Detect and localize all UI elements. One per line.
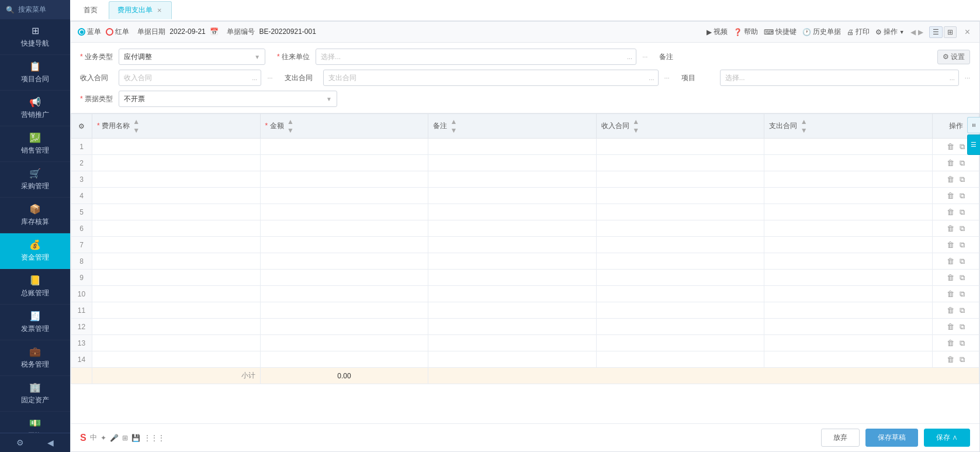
expense-contract-cell[interactable] <box>764 237 933 253</box>
sidebar-item-tax[interactable]: 💼 税务管理 <box>0 340 70 376</box>
delete-row-btn[interactable]: 🗑 <box>945 174 956 184</box>
delete-row-btn[interactable]: 🗑 <box>945 338 956 348</box>
income-contract-cell[interactable] <box>596 270 764 286</box>
expense-name-cell[interactable] <box>92 155 261 171</box>
delete-row-btn[interactable]: 🗑 <box>945 142 956 151</box>
remark-cell[interactable] <box>428 319 597 335</box>
expense-contract-cell[interactable] <box>764 188 933 204</box>
income-contract-cell[interactable] <box>596 302 764 319</box>
radio-blue-label[interactable]: 蓝单 <box>78 27 101 37</box>
expense-name-cell[interactable] <box>92 319 261 335</box>
expense-contract-cell[interactable] <box>764 270 933 286</box>
remark-cell[interactable] <box>428 270 597 286</box>
sidebar-item-ledger[interactable]: 📒 总账管理 <box>0 269 70 305</box>
tab-home[interactable]: 首页 <box>75 1 106 19</box>
expense-name-cell[interactable] <box>92 286 261 302</box>
col-settings-header[interactable]: ⚙ <box>71 114 92 139</box>
delete-row-btn[interactable]: 🗑 <box>945 322 956 332</box>
window-close-btn[interactable]: × <box>962 27 972 37</box>
delete-row-btn[interactable]: 🗑 <box>945 305 956 315</box>
remark-cell[interactable] <box>428 171 597 188</box>
delete-row-btn[interactable]: 🗑 <box>945 158 956 168</box>
amount-cell[interactable] <box>260 204 428 220</box>
remark-cell[interactable] <box>428 335 597 351</box>
save-btn[interactable]: 保存 ∧ <box>924 429 970 447</box>
expense-contract-cell[interactable] <box>764 253 933 270</box>
remark-cell[interactable] <box>428 237 597 253</box>
sidebar-item-quick-nav[interactable]: ⊞ 快捷导航 <box>0 19 70 55</box>
delete-row-btn[interactable]: 🗑 <box>945 207 956 217</box>
remark-cell[interactable] <box>428 351 597 368</box>
income-contract-cell[interactable] <box>596 319 764 335</box>
remark-cell[interactable] <box>428 204 597 220</box>
copy-row-btn[interactable]: ⧉ <box>958 223 967 234</box>
expense-name-cell[interactable] <box>92 237 261 253</box>
income-contract-cell[interactable] <box>596 204 764 220</box>
copy-row-btn[interactable]: ⧉ <box>958 289 967 299</box>
expense-name-cell[interactable] <box>92 204 261 220</box>
radio-red-label[interactable]: 红单 <box>106 27 129 37</box>
income-contract-cell[interactable] <box>596 351 764 368</box>
amount-cell[interactable] <box>260 270 428 286</box>
amount-cell[interactable] <box>260 319 428 335</box>
copy-row-btn[interactable]: ⧉ <box>958 338 967 349</box>
expense-contract-cell[interactable] <box>764 139 933 155</box>
remark-sort-icons[interactable]: ▲▼ <box>451 118 458 134</box>
settings-bottom-icon[interactable]: ⚙ <box>16 438 24 447</box>
sidebar-item-invoice[interactable]: 🧾 发票管理 <box>0 305 70 340</box>
amount-cell[interactable] <box>260 335 428 351</box>
copy-row-btn[interactable]: ⧉ <box>958 322 967 332</box>
help-btn[interactable]: ❓ 帮助 <box>733 27 758 37</box>
income-sort-icons[interactable]: ▲▼ <box>632 118 639 134</box>
expense-sort-icons[interactable]: ▲▼ <box>801 118 808 134</box>
income-contract-cell[interactable] <box>596 155 764 171</box>
next-arrow[interactable]: ▶ <box>918 28 923 36</box>
sidebar-item-salary[interactable]: 💵 工资 <box>0 412 70 433</box>
sidebar-search[interactable]: 🔍 搜索菜单 <box>0 0 70 19</box>
sidebar-item-fixed-assets[interactable]: 🏢 固定资产 <box>0 376 70 412</box>
expense-name-cell[interactable] <box>92 139 261 155</box>
expense-contract-cell[interactable] <box>764 351 933 368</box>
income-contract-cell[interactable] <box>596 237 764 253</box>
discard-btn[interactable]: 放弃 <box>821 429 860 447</box>
copy-row-btn[interactable]: ⧉ <box>958 191 967 201</box>
delete-row-btn[interactable]: 🗑 <box>945 272 956 282</box>
copy-row-btn[interactable]: ⧉ <box>958 240 967 250</box>
expense-contract-cell[interactable] <box>764 286 933 302</box>
tab-expense[interactable]: 费用支出单 × <box>109 1 172 19</box>
expense-name-cell[interactable] <box>92 220 261 237</box>
amount-sort-icons[interactable]: ▲▼ <box>287 118 294 134</box>
amount-cell[interactable] <box>260 351 428 368</box>
expense-name-cell[interactable] <box>92 302 261 319</box>
sidebar-item-project-contract[interactable]: 📋 项目合同 <box>0 55 70 91</box>
delete-row-btn[interactable]: 🗑 <box>945 354 956 364</box>
delete-row-btn[interactable]: 🗑 <box>945 223 956 233</box>
expense-name-cell[interactable] <box>92 171 261 188</box>
sidebar-item-fund[interactable]: 💰 资金管理 <box>0 233 70 269</box>
remark-cell[interactable] <box>428 302 597 319</box>
history-btn[interactable]: 🕐 历史单据 <box>802 27 841 37</box>
project-dots[interactable]: ··· <box>965 74 970 81</box>
amount-cell[interactable] <box>260 286 428 302</box>
sort-icons[interactable]: ▲▼ <box>133 118 140 134</box>
amount-cell[interactable] <box>260 302 428 319</box>
project-input[interactable]: 选择... <box>720 70 959 86</box>
video-btn[interactable]: ▶ 视频 <box>707 27 728 37</box>
view-list-icon[interactable]: ☰ <box>929 26 943 38</box>
expense-contract-cell[interactable] <box>764 204 933 220</box>
floating-tab-1[interactable]: ≡ <box>967 117 980 133</box>
income-contract-cell[interactable] <box>596 253 764 270</box>
delete-row-btn[interactable]: 🗑 <box>945 191 956 201</box>
expense-contract-cell[interactable] <box>764 302 933 319</box>
partner-dots-btn[interactable]: ··· <box>642 53 647 60</box>
print-btn[interactable]: 🖨 打印 <box>847 27 870 37</box>
income-contract-cell[interactable] <box>596 335 764 351</box>
expense-contract-cell[interactable] <box>764 155 933 171</box>
expense-contract-input[interactable]: 支出合同 <box>323 70 659 86</box>
sidebar-item-inventory[interactable]: 📦 库存核算 <box>0 198 70 233</box>
expense-contract-cell[interactable] <box>764 171 933 188</box>
copy-row-btn[interactable]: ⧉ <box>958 305 967 316</box>
income-contract-cell[interactable] <box>596 220 764 237</box>
expense-contract-cell[interactable] <box>764 319 933 335</box>
copy-row-btn[interactable]: ⧉ <box>958 158 967 168</box>
